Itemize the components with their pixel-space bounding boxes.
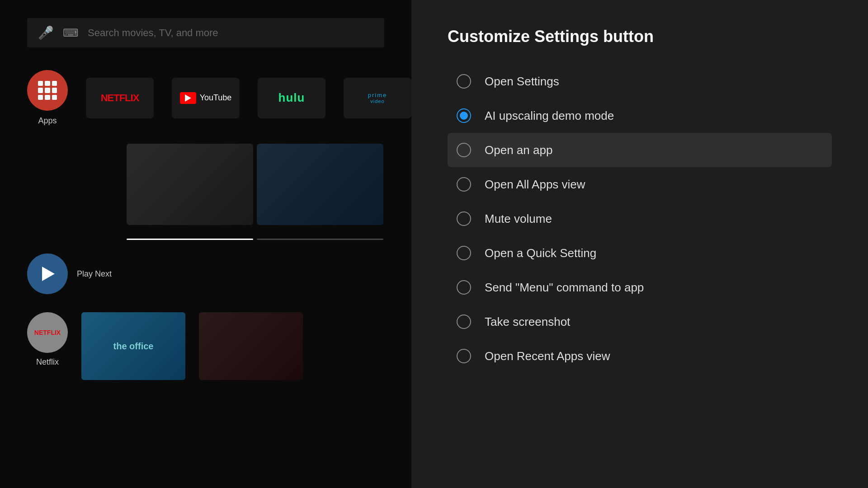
option-label-take_screenshot: Take screenshot xyxy=(485,315,570,329)
option-item-mute_volume[interactable]: Mute volume xyxy=(448,202,832,236)
apps-label: Apps xyxy=(38,116,57,126)
play-next-label: Play Next xyxy=(77,269,112,279)
option-item-send_menu[interactable]: Send "Menu" command to app xyxy=(448,270,832,305)
content-thumb-2[interactable] xyxy=(257,144,383,225)
settings-panel: Customize Settings button Open SettingsA… xyxy=(411,0,868,488)
play-triangle-icon xyxy=(42,267,55,281)
option-label-open_all_apps: Open All Apps view xyxy=(485,178,585,192)
progress-indicators xyxy=(127,239,411,240)
the-office-thumbnail[interactable]: the office xyxy=(81,312,185,380)
youtube-icon xyxy=(180,92,196,104)
option-item-take_screenshot[interactable]: Take screenshot xyxy=(448,305,832,339)
mic-icon[interactable]: 🎤 xyxy=(38,25,54,40)
bottom-content-row: NETFLIX Netflix the office xyxy=(27,312,411,380)
prime-video-text: video xyxy=(370,99,384,104)
apps-section: Apps NETFLIX YouTube hulu prime video xyxy=(27,70,411,126)
prime-video-app[interactable]: prime video xyxy=(344,78,411,118)
youtube-app[interactable]: YouTube xyxy=(172,78,240,118)
hulu-logo-text: hulu xyxy=(278,91,305,105)
radio-mute_volume xyxy=(457,211,471,226)
netflix-app[interactable]: NETFLIX xyxy=(86,78,154,118)
content-thumbnails xyxy=(127,144,411,234)
prime-logo-text: prime xyxy=(368,92,387,99)
progress-bar-active xyxy=(127,239,253,240)
apps-shortcut[interactable]: Apps xyxy=(27,70,68,126)
netflix-logo-text: NETFLIX xyxy=(101,92,139,104)
movie-thumbnail[interactable] xyxy=(199,312,303,380)
youtube-logo-text: YouTube xyxy=(200,93,232,103)
radio-ai_upscaling xyxy=(457,108,471,123)
netflix-small-logo: NETFLIX xyxy=(34,329,61,336)
radio-open_app xyxy=(457,143,471,157)
search-bar[interactable]: 🎤 ⌨ Search movies, TV, and more xyxy=(27,18,384,47)
panel-title: Customize Settings button xyxy=(448,27,832,46)
option-label-open_settings: Open Settings xyxy=(485,75,559,89)
radio-send_menu xyxy=(457,280,471,295)
option-item-open_settings[interactable]: Open Settings xyxy=(448,64,832,99)
radio-open_all_apps xyxy=(457,177,471,192)
option-label-open_quick_setting: Open a Quick Setting xyxy=(485,246,596,260)
option-label-open_recent_apps: Open Recent Apps view xyxy=(485,349,610,363)
hulu-app[interactable]: hulu xyxy=(258,78,326,118)
content-thumb-1[interactable] xyxy=(127,144,253,225)
option-item-open_quick_setting[interactable]: Open a Quick Setting xyxy=(448,236,832,270)
grid-icon xyxy=(38,81,57,100)
the-office-text: the office xyxy=(113,341,154,352)
play-next-section[interactable]: Play Next xyxy=(27,253,411,294)
radio-take_screenshot xyxy=(457,314,471,329)
tv-home-screen: 🎤 ⌨ Search movies, TV, and more Apps NET… xyxy=(0,0,411,488)
radio-inner-ai_upscaling xyxy=(460,112,468,120)
option-label-send_menu: Send "Menu" command to app xyxy=(485,281,644,295)
netflix-small-item[interactable]: NETFLIX Netflix xyxy=(27,312,68,367)
option-item-open_recent_apps[interactable]: Open Recent Apps view xyxy=(448,339,832,373)
option-label-open_app: Open an app xyxy=(485,143,552,157)
play-next-icon xyxy=(27,253,68,294)
option-item-open_app[interactable]: Open an app xyxy=(448,133,832,167)
option-label-mute_volume: Mute volume xyxy=(485,212,552,226)
option-label-ai_upscaling: AI upscaling demo mode xyxy=(485,109,614,123)
option-item-open_all_apps[interactable]: Open All Apps view xyxy=(448,167,832,202)
keyboard-icon[interactable]: ⌨ xyxy=(63,27,79,39)
radio-open_recent_apps xyxy=(457,349,471,363)
netflix-label: Netflix xyxy=(36,357,59,367)
progress-bar-inactive xyxy=(257,239,383,240)
radio-open_quick_setting xyxy=(457,246,471,260)
options-list: Open SettingsAI upscaling demo modeOpen … xyxy=(448,64,832,373)
netflix-small-icon: NETFLIX xyxy=(27,312,68,353)
option-item-ai_upscaling[interactable]: AI upscaling demo mode xyxy=(448,99,832,133)
radio-open_settings xyxy=(457,74,471,89)
search-placeholder: Search movies, TV, and more xyxy=(88,27,373,39)
apps-icon xyxy=(27,70,68,111)
youtube-play-triangle xyxy=(185,94,191,102)
